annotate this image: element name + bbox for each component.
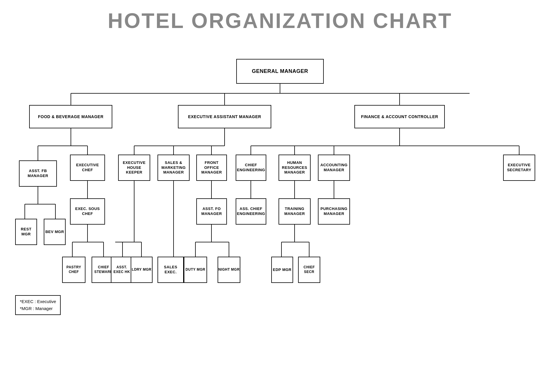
node-front-office: FRONT OFFICE MANAGER — [196, 155, 227, 181]
node-rest-mgr: REST MGR — [15, 219, 37, 245]
node-sales-marketing: SALES & MARKETING MANAGER — [158, 155, 190, 181]
node-asst-fb-manager: ASST. FB MANAGER — [19, 160, 57, 187]
node-food-beverage: FOOD & BEVERAGE MANAGER — [29, 105, 112, 128]
node-executive-chef: EXECUTIVE CHEF — [70, 155, 105, 181]
page: HOTEL ORGANIZATION CHART — [0, 0, 560, 392]
page-title: HOTEL ORGANIZATION CHART — [6, 9, 554, 33]
legend: *EXEC : Executive *MGR : Manager — [15, 295, 61, 315]
node-general-manager: GENERAL MANAGER — [236, 59, 324, 84]
node-edp-mgr: EDP MGR — [271, 257, 293, 283]
node-ldry-mgr: LDRY MGR — [131, 257, 153, 283]
node-asst-fo-manager: ASST. FO MANAGER — [196, 198, 227, 225]
node-finance-account: FINANCE & ACCOUNT CONTROLLER — [354, 105, 445, 128]
node-accounting-manager: ACCOUNTING MANAGER — [318, 155, 350, 181]
legend-line2: *MGR : Manager — [20, 305, 56, 312]
node-ass-chief-engineering: ASS. CHIEF ENGINEERING — [236, 198, 266, 225]
node-bev-mgr: BEV MGR — [44, 219, 66, 245]
node-purchasing-manager: PURCHASING MANAGER — [318, 198, 350, 225]
node-sales-exec: SALES EXEC. — [158, 257, 184, 283]
node-human-resources: HUMAN RESOURCES MANAGER — [279, 155, 311, 181]
node-chief-secr: CHIEF SECR — [298, 257, 320, 283]
node-exec-housekeeper: EXECUTIVE HOUSE KEEPER — [118, 155, 150, 181]
node-executive-secretary: EXECUTIVE SECRETARY — [503, 155, 535, 181]
node-night-mgr: NIGHT MGR — [218, 257, 240, 283]
legend-line1: *EXEC : Executive — [20, 298, 56, 305]
node-chief-engineering: CHIEF ENGINEERING — [236, 155, 266, 181]
node-training-manager: TRAINING MANAGER — [279, 198, 311, 225]
node-duty-mgr: DUTY MGR — [184, 257, 207, 283]
node-asst-exec-hk: ASST. EXEC HK — [111, 257, 133, 283]
node-exec-assistant: EXECUTIVE ASSISTANT MANAGER — [178, 105, 271, 128]
org-chart: GENERAL MANAGER FOOD & BEVERAGE MANAGER … — [9, 41, 551, 374]
node-pastry-chef: PASTRY CHEF — [62, 257, 85, 283]
node-exec-sous-chef: EXEC. SOUS CHEF — [70, 198, 105, 225]
